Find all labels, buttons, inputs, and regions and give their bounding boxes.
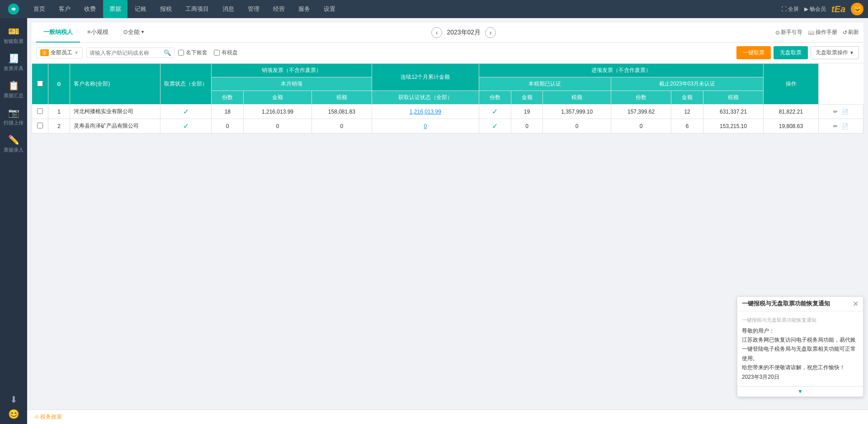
refresh-btn[interactable]: ↺ 刷新 — [843, 29, 859, 36]
row-uncert-tax: 19,808.63 — [764, 119, 819, 133]
nav-message[interactable]: 消息 — [216, 0, 241, 18]
filter-row: 全 全部员工 ▼ 🔍 名下账套 有税盘 一键取票 无盘取票 无盘取票操作 ▼ — [32, 43, 863, 63]
top-nav: 首页 客户 收费 票据 记账 报税 工商项目 消息 管理 经营 服务 设置 ⛶ … — [0, 0, 868, 18]
row-cert-status: ✓ — [479, 119, 511, 133]
sidebar-item-invoice-open[interactable]: 🧾 发票开具 — [1, 50, 26, 75]
sidebar-item-scan-upload[interactable]: 📷 扫描上传 — [1, 104, 26, 129]
row-uncert-tax: 81,822.21 — [764, 105, 819, 119]
twelve-months-link[interactable]: 0 — [424, 123, 427, 129]
row-cert-tax: 0 — [611, 119, 671, 133]
notify-scroll-btn[interactable]: ▼ — [737, 386, 863, 396]
table-wrap: ⚙ 客户名称(全部) 取票状态（全部） 销项发票（不含作废票） 连续12个月累计… — [32, 63, 863, 133]
avatar[interactable]: 🐱 — [851, 3, 863, 15]
edit-icon[interactable]: ✏ — [833, 109, 838, 115]
nav-bookkeeping[interactable]: 记账 — [128, 0, 153, 18]
checkbox-tax-disk[interactable]: 有税盘 — [214, 49, 238, 57]
row-sales-amount: 1,216,013.99 — [244, 105, 312, 119]
sidebar-label-invoice-summary: 票据汇总 — [4, 92, 24, 99]
table-row: 1 河北柯搂桅实业有限公司 ✓ 18 1,216,013.99 158,081.… — [32, 105, 863, 119]
nav-home[interactable]: 首页 — [27, 0, 52, 18]
sidebar: 🎫 智能取票 🧾 发票开具 📋 票据汇总 📷 扫描上传 ✏️ 票据录入 ⬇ 😊 — [0, 18, 27, 424]
nav-biz[interactable]: 工商项目 — [179, 0, 215, 18]
small-scale-icon: ≡ — [87, 29, 91, 35]
bottom-bar: ⊙ 税务政策 — [27, 410, 868, 424]
detail-icon[interactable]: 📄 — [842, 109, 849, 115]
notify-close-btn[interactable]: ✕ — [853, 300, 859, 308]
download-icon[interactable]: ⬇ — [10, 394, 18, 405]
notify-title: 一键报税与无盘取票功能恢复通知 — [742, 300, 830, 308]
notify-body: 一键报税与无盘取票功能恢复通知 尊敬的用户：江苏政务网已恢复访问电子税务局功能，… — [737, 311, 863, 386]
twelve-months-link[interactable]: 1,216,013.99 — [410, 109, 441, 115]
prev-month-btn[interactable]: ‹ — [431, 27, 442, 38]
tax-disk-checkbox[interactable] — [214, 50, 220, 56]
scan-upload-icon: 📷 — [8, 107, 19, 118]
row-select-checkbox[interactable] — [37, 108, 43, 114]
sidebar-label-scan-upload: 扫描上传 — [4, 119, 24, 126]
row-sales-tax: 0 — [311, 119, 372, 133]
nav-customer[interactable]: 客户 — [52, 0, 77, 18]
cert-status-icon: ✓ — [492, 122, 498, 130]
row-checkbox[interactable] — [32, 119, 48, 133]
no-disk-ticket-btn[interactable]: 无盘取票 — [774, 46, 808, 59]
row-sales-shares: 18 — [212, 105, 244, 119]
th-sales-amount: 金额 — [244, 91, 312, 105]
user-icon[interactable]: 😊 — [8, 409, 19, 419]
th-current-period-certified: 本税期已认证 — [479, 77, 611, 91]
th-op: 操作 — [764, 64, 819, 105]
nav-operation[interactable]: 经营 — [267, 0, 291, 18]
row-uncert-amount: 631,337.21 — [703, 105, 763, 119]
tab-small-scale[interactable]: ≡ 小规模 — [80, 23, 116, 43]
checkbox-own-account[interactable]: 名下账套 — [178, 49, 208, 57]
detail-icon[interactable]: 📄 — [842, 123, 849, 129]
sidebar-item-ticket-entry[interactable]: ✏️ 票据录入 — [1, 131, 26, 157]
th-twelve-months: 连续12个月累计金额 — [372, 64, 479, 91]
sidebar-item-smart-ticket[interactable]: 🎫 智能取票 — [1, 23, 26, 48]
nav-menu: 首页 客户 收费 票据 记账 报税 工商项目 消息 管理 经营 服务 设置 — [27, 0, 781, 18]
nav-manage[interactable]: 管理 — [241, 0, 266, 18]
tab-row: 一般纳税人 ≡ 小规模 ⊙ 全能 ▼ ‹ 2023年02月 › ⊙ 新手引导 📖… — [32, 23, 863, 43]
nav-tax[interactable]: 报税 — [154, 0, 178, 18]
smart-ticket-icon: 🎫 — [8, 26, 19, 37]
tab-all[interactable]: ⊙ 全能 ▼ — [116, 23, 152, 43]
th-sales-shares: 份数 — [212, 91, 244, 105]
vip-btn[interactable]: ▶ 畅会员 — [804, 5, 826, 13]
th-uncert-amount: 金额 — [671, 91, 703, 105]
select-all-checkbox[interactable] — [37, 81, 43, 86]
th-company: 客户名称(全部) — [70, 64, 160, 105]
search-input[interactable] — [90, 50, 162, 56]
nav-settings[interactable]: 设置 — [317, 0, 342, 18]
row-checkbox[interactable] — [32, 105, 48, 119]
logo — [5, 0, 23, 18]
table-row: 2 灵寿县尚泽矿产品有限公司 ✓ 0 0 0 0 ✓ 0 0 0 6 153,2… — [32, 119, 863, 133]
edit-icon[interactable]: ✏ — [833, 123, 838, 129]
row-uncert-shares: 12 — [671, 105, 703, 119]
row-sales-shares: 0 — [212, 119, 244, 133]
employee-dropdown-icon: ▼ — [74, 50, 79, 55]
guide-btn[interactable]: ⊙ 新手引导 — [775, 29, 802, 36]
employee-label: 全部员工 — [51, 49, 72, 57]
th-current-month-sales: 本月销项 — [212, 77, 372, 91]
fullscreen-btn[interactable]: ⛶ 全屏 — [781, 5, 799, 13]
row-twelve-months: 0 — [372, 119, 479, 133]
invoice-table: ⚙ 客户名称(全部) 取票状态（全部） 销项发票（不含作废票） 连续12个月累计… — [32, 63, 863, 133]
manual-btn[interactable]: 📖 操作手册 — [808, 29, 837, 36]
row-index: 1 — [48, 105, 70, 119]
dropdown-icon: ▼ — [141, 29, 145, 34]
next-month-btn[interactable]: › — [485, 27, 496, 38]
nav-invoice[interactable]: 票据 — [103, 0, 127, 18]
row-uncert-amount: 153,215.10 — [703, 119, 763, 133]
sidebar-item-invoice-summary[interactable]: 📋 票据汇总 — [1, 77, 26, 102]
sidebar-label-invoice-open: 发票开具 — [4, 65, 24, 72]
row-company: 河北柯搂桅实业有限公司 — [70, 105, 160, 119]
tab-general-taxpayer[interactable]: 一般纳税人 — [36, 23, 80, 43]
row-select-checkbox[interactable] — [37, 123, 43, 129]
one-key-ticket-btn[interactable]: 一键取票 — [736, 46, 771, 59]
tax-policy-link[interactable]: ⊙ 税务政策 — [34, 413, 62, 421]
search-button[interactable]: 🔍 — [164, 49, 171, 56]
own-account-checkbox[interactable] — [178, 50, 184, 56]
no-disk-op-btn[interactable]: 无盘取票操作 ▼ — [811, 46, 859, 59]
nav-fee[interactable]: 收费 — [78, 0, 102, 18]
employee-select[interactable]: 全 全部员工 ▼ — [36, 47, 83, 58]
row-twelve-months: 1,216,013.99 — [372, 105, 479, 119]
nav-service[interactable]: 服务 — [292, 0, 316, 18]
